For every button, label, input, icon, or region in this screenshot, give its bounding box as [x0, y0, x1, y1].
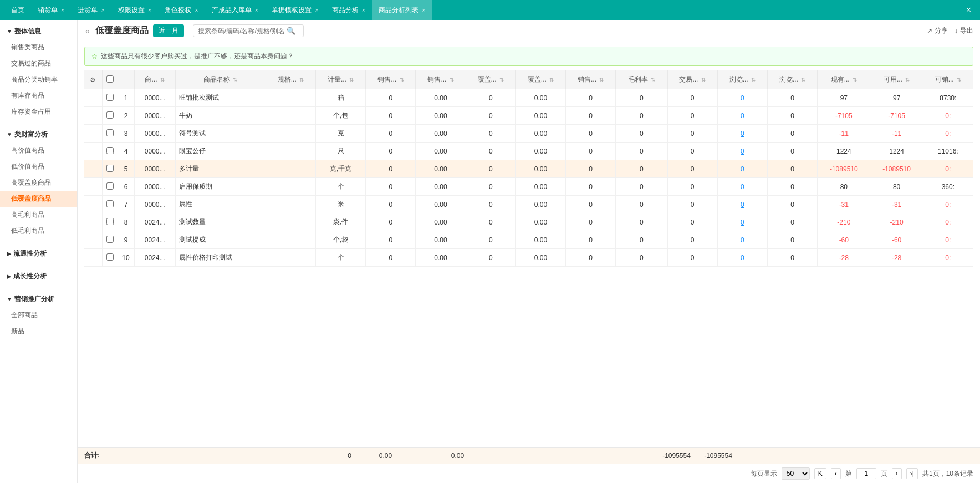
sidebar-item-high-value[interactable]: 高价值商品 [0, 143, 77, 159]
row-checkbox[interactable] [106, 94, 114, 101]
nav-product-analysis[interactable]: 商品分析 × [325, 0, 372, 20]
sidebar-item-sales-goods[interactable]: 销售类商品 [0, 39, 77, 55]
th-sales-x[interactable]: 销售... ⇅ [566, 70, 616, 89]
td-checkbox[interactable] [102, 213, 118, 231]
row-checkbox[interactable] [106, 182, 114, 190]
sidebar-item-high-margin[interactable]: 高毛利商品 [0, 207, 77, 223]
td-browse1[interactable]: 0 [717, 178, 767, 196]
sidebar-item-low-coverage[interactable]: 低覆盖度商品 [0, 191, 77, 207]
td-checkbox[interactable] [102, 89, 118, 107]
td-unit: 克,千克 [316, 160, 366, 178]
row-checkbox[interactable] [106, 165, 114, 172]
td-checkbox[interactable] [102, 143, 118, 160]
th-sales-amt[interactable]: 销售... ⇅ [416, 70, 466, 89]
th-sales-qty[interactable]: 销售... ⇅ [366, 70, 416, 89]
next-page-btn[interactable]: › [892, 468, 902, 479]
nav-close-permission[interactable]: × [148, 7, 151, 13]
th-trade[interactable]: 交易... ⇅ [667, 70, 717, 89]
table-header-row: ⚙ 商... ⇅ 商品名称 ⇅ 规格... ⇅ 计量... ⇅ 销售... ⇅ … [84, 70, 973, 89]
th-cover-rate[interactable]: 覆盖... ⇅ [515, 70, 565, 89]
nav-close-purchase-order[interactable]: × [101, 7, 104, 13]
period-button[interactable]: 近一月 [153, 24, 184, 37]
sidebar-item-new-goods[interactable]: 新品 [0, 323, 77, 339]
nav-role-auth[interactable]: 角色授权 × [158, 0, 205, 20]
nav-home[interactable]: 首页 [4, 0, 31, 20]
td-browse1[interactable]: 0 [717, 213, 767, 231]
sidebar-item-high-coverage[interactable]: 高覆盖度商品 [0, 175, 77, 191]
nav-close-analysis[interactable]: × [362, 7, 365, 13]
page-input[interactable] [856, 468, 876, 479]
sidebar-group-growth[interactable]: ▶ 成长性分析 [0, 268, 77, 284]
sidebar-item-traded-goods[interactable]: 交易过的商品 [0, 55, 77, 72]
td-browse1[interactable]: 0 [717, 143, 767, 160]
nav-close-product-warehouse[interactable]: × [255, 7, 258, 13]
nav-sales-order[interactable]: 销货单 × [31, 0, 71, 20]
td-checkbox[interactable] [102, 231, 118, 249]
row-checkbox[interactable] [106, 253, 114, 261]
nav-close-sales-order[interactable]: × [61, 7, 64, 13]
td-browse1[interactable]: 0 [717, 89, 767, 107]
th-sellable[interactable]: 可销... ⇅ [923, 70, 973, 89]
nav-close-template[interactable]: × [315, 7, 318, 13]
export-button[interactable]: ↓ 导出 [955, 26, 973, 35]
td-browse1[interactable]: 0 [717, 249, 767, 267]
search-input[interactable] [198, 27, 287, 35]
th-gross-rate[interactable]: 毛利率 ⇅ [616, 70, 667, 89]
prev-page-btn[interactable]: ‹ [831, 468, 841, 479]
nav-close-analysis-list[interactable]: × [422, 7, 425, 13]
td-checkbox[interactable] [102, 249, 118, 267]
td-checkbox[interactable] [102, 178, 118, 196]
nav-close-all-btn[interactable]: × [962, 5, 976, 15]
sidebar-group-circulation[interactable]: ▶ 流通性分析 [0, 246, 77, 262]
th-available[interactable]: 可用... ⇅ [870, 70, 923, 89]
row-checkbox[interactable] [106, 147, 114, 154]
nav-purchase-order[interactable]: 进货单 × [71, 0, 111, 20]
td-browse2: 0 [767, 160, 817, 178]
row-checkbox[interactable] [106, 236, 114, 243]
td-browse1[interactable]: 0 [717, 231, 767, 249]
th-code[interactable]: 商... ⇅ [134, 70, 175, 89]
nav-product-warehouse[interactable]: 产成品入库单 × [205, 0, 265, 20]
sidebar-item-inventory-funds[interactable]: 库存资金占用 [0, 104, 77, 120]
td-browse1[interactable]: 0 [717, 125, 767, 143]
td-checkbox[interactable] [102, 196, 118, 213]
td-browse1[interactable]: 0 [717, 196, 767, 213]
th-browse1[interactable]: 浏览... ⇅ [717, 70, 767, 89]
row-checkbox[interactable] [106, 218, 114, 225]
th-cover-cnt[interactable]: 覆盖... ⇅ [466, 70, 515, 89]
sidebar-group-marketing[interactable]: ▼ 营销推广分析 [0, 291, 77, 307]
page-size-select[interactable]: 50 20 100 [782, 467, 810, 480]
td-checkbox[interactable] [102, 125, 118, 143]
td-browse1[interactable]: 0 [717, 160, 767, 178]
nav-template-settings[interactable]: 单据模板设置 × [265, 0, 325, 20]
sidebar-item-category-rate[interactable]: 商品分类动销率 [0, 72, 77, 88]
row-checkbox[interactable] [106, 200, 114, 207]
row-checkbox[interactable] [106, 111, 114, 119]
th-name[interactable]: 商品名称 ⇅ [175, 70, 266, 89]
th-spec[interactable]: 规格... ⇅ [266, 70, 315, 89]
td-checkbox[interactable] [102, 107, 118, 125]
nav-analysis-list[interactable]: 商品分析列表 × [372, 0, 432, 20]
select-all-checkbox[interactable] [106, 75, 114, 83]
td-browse1[interactable]: 0 [717, 107, 767, 125]
td-cover-cnt: 0 [466, 125, 515, 143]
th-browse2[interactable]: 浏览... ⇅ [767, 70, 817, 89]
sidebar-group-overview[interactable]: ▼ 整体信息 [0, 23, 77, 39]
first-page-btn[interactable]: K [814, 468, 826, 479]
th-unit[interactable]: 计量... ⇅ [316, 70, 366, 89]
nav-permission-settings[interactable]: 权限设置 × [111, 0, 158, 20]
sidebar-group-wealth[interactable]: ▼ 类财富分析 [0, 126, 77, 143]
sidebar-item-low-value[interactable]: 低价值商品 [0, 159, 77, 175]
sidebar-collapse-btn[interactable]: « [84, 26, 91, 37]
th-current[interactable]: 现有... ⇅ [818, 70, 870, 89]
td-checkbox[interactable] [102, 160, 118, 178]
search-icon[interactable]: 🔍 [287, 27, 295, 35]
sidebar-item-low-margin[interactable]: 低毛利商品 [0, 223, 77, 239]
sidebar-item-inventory-goods[interactable]: 有库存商品 [0, 88, 77, 104]
nav-close-role-auth[interactable]: × [195, 7, 198, 13]
share-button[interactable]: ↗ 分享 [927, 26, 948, 35]
th-settings[interactable]: ⚙ [84, 70, 102, 89]
sidebar-item-all-goods[interactable]: 全部商品 [0, 307, 77, 323]
row-checkbox[interactable] [106, 129, 114, 136]
last-page-btn[interactable]: ›| [906, 468, 918, 479]
